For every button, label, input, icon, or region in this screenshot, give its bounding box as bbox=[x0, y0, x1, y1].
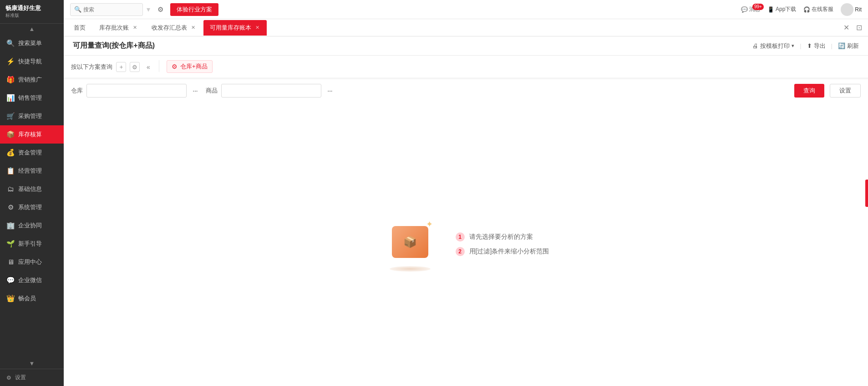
sidebar-item-label: 销售管理 bbox=[18, 94, 42, 102]
phone-icon: 📱 bbox=[767, 6, 774, 13]
sidebar-item-marketing-promo[interactable]: 🎁 营销推广 bbox=[0, 71, 64, 89]
empty-hints: 1 请先选择要分析的方案 2 用[过滤]条件来缩小分析范围 bbox=[456, 232, 549, 256]
gear-icon[interactable]: ⚙ bbox=[154, 3, 167, 16]
trial-industry-button[interactable]: 体验行业方案 bbox=[170, 3, 218, 16]
settings-icon: ⚙ bbox=[6, 375, 11, 381]
sidebar-item-basic-info[interactable]: 🗂 基础信息 bbox=[0, 180, 64, 198]
topbar: 🔍 ▾ ⚙ 体验行业方案 💬 消息 99+ 📱 App下载 🎧 在线客服 Rit bbox=[64, 0, 868, 19]
scheme-icon: ⚙ bbox=[172, 63, 178, 70]
avatar bbox=[841, 3, 853, 16]
notifications-button[interactable]: 💬 消息 99+ bbox=[741, 5, 760, 13]
tab-label-home: 首页 bbox=[74, 24, 86, 32]
sidebar-item-label: 系统管理 bbox=[18, 203, 42, 211]
sidebar-item-enterprise-collab[interactable]: 🏢 企业协同 bbox=[0, 216, 64, 235]
online-service-button[interactable]: 🎧 在线客服 bbox=[803, 5, 833, 13]
sidebar-scroll-down[interactable]: ▼ bbox=[0, 358, 64, 369]
search-input[interactable] bbox=[83, 6, 133, 13]
tab-recv-stock-summary[interactable]: 收发存汇总表✕ bbox=[145, 20, 203, 36]
page-title: 可用量查询(按仓库+商品) bbox=[73, 41, 155, 51]
tab-close-recv-stock-summary[interactable]: ✕ bbox=[190, 25, 196, 31]
main-area: 🔍 ▾ ⚙ 体验行业方案 💬 消息 99+ 📱 App下载 🎧 在线客服 Rit bbox=[64, 0, 868, 386]
hint-num-1: 1 bbox=[456, 232, 465, 242]
hint-text-2: 用[过滤]条件来缩小分析范围 bbox=[469, 247, 549, 256]
sidebar-logo: 畅康通好生意 标准版 bbox=[0, 0, 64, 24]
sidebar-item-newbie-guide[interactable]: 🌱 新手引导 bbox=[0, 235, 64, 253]
warehouse-input[interactable] bbox=[86, 84, 187, 98]
empty-hint-1: 1 请先选择要分析的方案 bbox=[456, 232, 549, 242]
sidebar-item-label: 搜索菜单 bbox=[18, 39, 42, 47]
filter-schemes: ⚙ 仓库+商品 bbox=[159, 60, 213, 73]
sidebar-item-label: 快捷导航 bbox=[18, 57, 42, 66]
sidebar-menu: 🔍 搜索菜单 ⚡ 快捷导航 🎁 营销推广 📊 销售管理 🛒 采购管理 📦 库存核… bbox=[0, 34, 64, 358]
scheme-warehouse-product[interactable]: ⚙ 仓库+商品 bbox=[167, 60, 213, 73]
sidebar-item-label: 资金管理 bbox=[18, 149, 42, 157]
sidebar-scroll-up[interactable]: ▲ bbox=[0, 24, 64, 34]
column-settings-button[interactable]: 设置 bbox=[830, 84, 861, 98]
topbar-right: 💬 消息 99+ 📱 App下载 🎧 在线客服 Rit bbox=[741, 3, 862, 16]
print-dropdown-icon[interactable]: ▾ bbox=[792, 43, 794, 49]
sidebar-item-purchase-mgmt[interactable]: 🛒 采购管理 bbox=[0, 107, 64, 125]
product-field: 商品 ··· bbox=[206, 84, 335, 98]
topbar-search-box[interactable]: 🔍 bbox=[70, 3, 143, 16]
sidebar-item-inventory-calc[interactable]: 📦 库存核算 bbox=[0, 125, 64, 144]
sidebar-item-label: 基础信息 bbox=[18, 185, 42, 193]
user-profile-button[interactable]: Rit bbox=[841, 3, 862, 16]
app-download-button[interactable]: 📱 App下载 bbox=[767, 5, 796, 13]
tab-available-stock-ledger[interactable]: 可用量库存账本✕ bbox=[203, 20, 267, 36]
basic-info-icon: 🗂 bbox=[6, 185, 15, 193]
empty-illustration: ✦ 📦 bbox=[383, 217, 437, 272]
sidebar-item-label: 库存核算 bbox=[18, 130, 42, 139]
sidebar-item-fund-mgmt[interactable]: 💰 资金管理 bbox=[0, 144, 64, 162]
filter-label-col: 按以下方案查询 ＋ ⚙ « bbox=[71, 60, 159, 72]
export-button[interactable]: ⬆ 导出 bbox=[807, 42, 826, 50]
product-more-button[interactable]: ··· bbox=[325, 86, 335, 96]
sidebar-item-biz-mgmt[interactable]: 📋 经营管理 bbox=[0, 162, 64, 180]
dropdown-arrow-icon[interactable]: ▾ bbox=[147, 5, 150, 14]
app-center-icon: 🖥 bbox=[6, 258, 15, 266]
close-window-button[interactable]: ✕ bbox=[841, 22, 852, 33]
sidebar-item-sales-mgmt[interactable]: 📊 销售管理 bbox=[0, 89, 64, 107]
sales-mgmt-icon: 📊 bbox=[6, 94, 15, 102]
shortcut-icon: ⚡ bbox=[6, 57, 15, 66]
tab-batch-ledger[interactable]: 库存批次账✕ bbox=[93, 20, 144, 36]
sidebar-item-vip-member[interactable]: 👑 畅会员 bbox=[0, 289, 64, 308]
sidebar-bottom-settings[interactable]: ⚙ 设置 bbox=[0, 369, 64, 386]
tab-home[interactable]: 首页 bbox=[67, 20, 92, 36]
query-button[interactable]: 查询 bbox=[794, 84, 824, 98]
hint-num-2: 2 bbox=[456, 247, 465, 256]
add-scheme-button[interactable]: ＋ bbox=[116, 62, 126, 72]
scheme-label: 仓库+商品 bbox=[180, 62, 208, 71]
sidebar-item-app-center[interactable]: 🖥 应用中心 bbox=[0, 253, 64, 271]
search-icon: 🔍 bbox=[74, 6, 81, 13]
marketing-promo-icon: 🎁 bbox=[6, 76, 15, 84]
app-name: 畅康通好生意 bbox=[5, 5, 58, 12]
page-header: 可用量查询(按仓库+商品) 🖨 按模板打印 ▾ | ⬆ 导出 | 🔄 刷新 bbox=[64, 36, 868, 56]
sidebar-item-enterprise-wechat[interactable]: 💬 企业微信 bbox=[0, 271, 64, 289]
tab-close-available-stock-ledger[interactable]: ✕ bbox=[254, 25, 260, 31]
maximize-window-button[interactable]: ⊡ bbox=[853, 22, 864, 33]
message-icon: 💬 bbox=[741, 6, 748, 13]
warehouse-more-button[interactable]: ··· bbox=[190, 86, 200, 96]
tab-close-batch-ledger[interactable]: ✕ bbox=[132, 25, 138, 31]
collapse-filter-button[interactable]: « bbox=[143, 62, 153, 72]
sidebar-item-label: 企业微信 bbox=[18, 276, 42, 284]
box-face: 📦 bbox=[403, 236, 417, 248]
purchase-mgmt-icon: 🛒 bbox=[6, 112, 15, 120]
hint-text-1: 请先选择要分析的方案 bbox=[469, 233, 533, 241]
sidebar-item-shortcut[interactable]: ⚡ 快捷导航 bbox=[0, 52, 64, 71]
print-template-button[interactable]: 🖨 按模板打印 ▾ bbox=[752, 42, 794, 50]
sidebar-item-search[interactable]: 🔍 搜索菜单 bbox=[0, 34, 64, 52]
refresh-button[interactable]: 🔄 刷新 bbox=[838, 42, 859, 50]
app-edition: 标准版 bbox=[5, 12, 58, 19]
fund-mgmt-icon: 💰 bbox=[6, 149, 15, 157]
product-input[interactable] bbox=[221, 84, 321, 98]
window-controls: ✕ ⊡ bbox=[841, 22, 864, 33]
sidebar-item-label: 应用中心 bbox=[18, 258, 42, 266]
tabs-bar: 首页库存批次账✕收发存汇总表✕可用量库存账本✕ ✕ ⊡ bbox=[64, 19, 868, 36]
scheme-settings-button[interactable]: ⚙ bbox=[130, 62, 140, 72]
sidebar-item-label: 企业协同 bbox=[18, 221, 42, 230]
filter-section: 按以下方案查询 ＋ ⚙ « ⚙ 仓库+商品 bbox=[64, 56, 868, 77]
notifications-badge: 99+ bbox=[752, 4, 764, 10]
sidebar-item-label: 采购管理 bbox=[18, 112, 42, 120]
sidebar-item-system-mgmt[interactable]: ⚙ 系统管理 bbox=[0, 198, 64, 216]
